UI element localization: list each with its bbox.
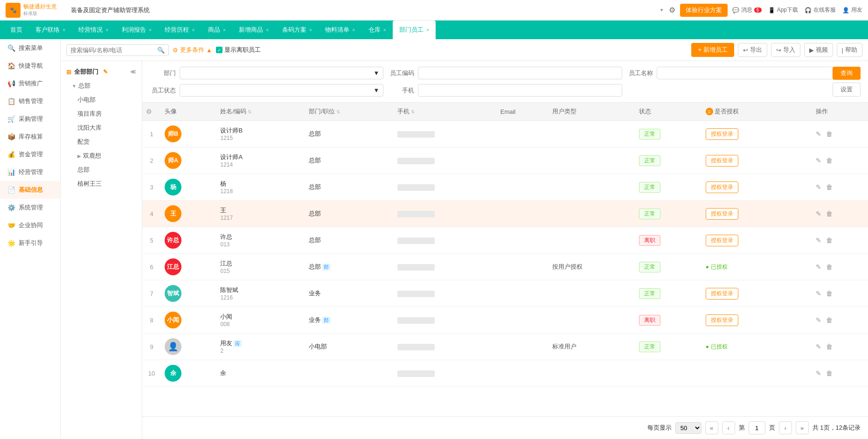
auth-login-btn[interactable]: 授权登录 [706,235,738,246]
edit-icon[interactable]: ✎ [816,210,821,217]
first-page-btn[interactable]: « [705,421,718,434]
dept-header[interactable]: ⊞ 全部部门 ✎ ≪ [61,65,142,79]
view-btn[interactable]: ▶ 视频 [804,43,833,57]
sort-icon[interactable]: ⇅ [336,109,340,114]
settings-icon[interactable]: ⚙ [146,108,152,115]
dept-item-shuanglu[interactable]: ▶ 双鹿想 [61,149,142,163]
dept-item-distribution[interactable]: 配货 [61,135,142,149]
query-btn[interactable]: 查询 [833,67,861,80]
emp-status-select[interactable]: ▼ [180,84,383,97]
auth-login-btn[interactable]: 授权登录 [706,288,738,300]
settings-icon[interactable]: ⚙ [669,6,675,14]
last-page-btn[interactable]: » [796,421,809,434]
emp-name-input[interactable] [657,67,861,79]
edit-icon[interactable]: ✎ [816,157,821,164]
export-btn[interactable]: ↩ 导出 [738,43,767,57]
close-icon[interactable]: × [62,27,65,33]
sidebar-item-basic-info[interactable]: 📄 基础信息 [0,181,60,199]
sidebar-item-sales[interactable]: 📋 销售管理 [0,92,60,110]
close-icon[interactable]: × [105,27,108,33]
sidebar-item-guide[interactable]: 🌟 新手引导 [0,234,60,252]
auth-login-btn[interactable]: 授权登录 [706,314,738,326]
sidebar-item-quick-nav[interactable]: 🏠 快捷导航 [0,57,60,75]
prev-page-btn[interactable]: ‹ [722,421,735,434]
tab-history[interactable]: 经营历程× [158,21,201,39]
tab-new-goods[interactable]: 新增商品× [232,21,275,39]
close-icon[interactable]: × [383,27,386,33]
page-size-select[interactable]: 50 20 100 [675,422,701,434]
delete-icon[interactable]: 🗑 [826,237,833,244]
tab-bom[interactable]: 物料清单× [319,21,361,39]
app-download-btn[interactable]: 📱 App下载 [768,6,798,14]
auth-login-btn[interactable]: 授权登录 [706,181,738,193]
sort-icon[interactable]: ⇅ [248,109,251,114]
delete-icon[interactable]: 🗑 [826,263,833,271]
auth-login-btn[interactable]: 授权登录 [706,155,738,167]
delete-icon[interactable]: 🗑 [826,183,833,191]
delete-icon[interactable]: 🗑 [826,157,833,164]
close-icon[interactable]: × [149,27,152,33]
tab-customer[interactable]: 客户联络× [29,21,72,39]
dept-item-plant[interactable]: 植树王三 [61,177,142,191]
auth-login-btn[interactable]: 授权登录 [706,208,738,220]
emp-code-input[interactable] [418,67,622,79]
close-icon[interactable]: × [266,27,269,33]
tab-warehouse[interactable]: 仓库× [362,21,393,39]
edit-icon[interactable]: ✎ [816,263,821,271]
edit-icon[interactable]: ✎ [816,343,821,350]
tab-profit[interactable]: 利润报告× [115,21,158,39]
tab-goods[interactable]: 商品× [201,21,232,39]
sidebar-item-inventory[interactable]: 📦 库存核算 [0,128,60,146]
delete-icon[interactable]: 🗑 [826,316,833,324]
import-btn[interactable]: ↪ 导入 [771,43,800,57]
edit-icon[interactable]: ✎ [816,290,821,297]
sidebar-item-marketing[interactable]: 📢 营销推广 [0,75,60,92]
dept-item-project-warehouse[interactable]: 项目库房 [61,107,142,121]
sidebar-item-operations[interactable]: 📊 经营管理 [0,163,60,181]
close-icon[interactable]: × [426,27,429,33]
delete-icon[interactable]: 🗑 [826,210,833,217]
tab-employees[interactable]: 部门员工× [393,21,436,39]
help-btn[interactable]: | 帮助 [837,43,862,57]
close-icon[interactable]: × [192,27,194,33]
dept-item-shenyang[interactable]: 沈阳大库 [61,121,142,135]
show-resigned-toggle[interactable]: ✓ 显示离职员工 [216,46,261,54]
sys-dropdown-icon[interactable]: ▼ [660,7,664,13]
dept-item-headquarters[interactable]: 总部 [61,163,142,177]
close-icon[interactable]: × [309,27,312,33]
msg-btn[interactable]: 💬 消息 6 [732,6,762,14]
sort-icon[interactable]: ⇅ [411,109,415,114]
sidebar-item-collab[interactable]: 🤝 企业协同 [0,216,60,234]
tab-home[interactable]: 首页 [4,21,29,39]
close-icon[interactable]: × [223,27,226,33]
close-icon[interactable]: × [352,27,355,33]
online-support-btn[interactable]: 🎧 在线客服 [805,6,836,14]
phone-input[interactable] [418,84,622,97]
sidebar-item-search[interactable]: 🔍 搜索菜单 [0,39,60,57]
add-employee-btn[interactable]: + 新增员工 [691,43,734,57]
tab-operations[interactable]: 经营情况× [72,21,115,39]
sidebar-item-system[interactable]: ⚙️ 系统管理 [0,199,60,216]
tab-barcode[interactable]: 条码方案× [276,21,319,39]
delete-icon[interactable]: 🗑 [826,343,833,350]
delete-icon[interactable]: 🗑 [826,369,833,377]
auth-login-btn[interactable]: 授权登录 [706,128,738,140]
search-input[interactable] [70,47,155,54]
next-page-btn[interactable]: › [779,421,792,434]
dept-item-general[interactable]: ▼ 总部 [61,79,142,93]
experience-btn[interactable]: 体验行业方案 [680,4,728,17]
delete-icon[interactable]: 🗑 [826,130,833,138]
reset-btn[interactable]: 设置 [833,83,861,97]
more-filters-btn[interactable]: ⚙ 更多条件 ▲ [173,46,212,54]
dept-select[interactable]: ▼ [180,67,383,79]
page-number-input[interactable] [749,421,765,434]
delete-icon[interactable]: 🗑 [826,290,833,297]
user-avatar[interactable]: 👤 用友 [842,6,862,14]
edit-icon[interactable]: ✎ [816,316,821,324]
sidebar-item-purchase[interactable]: 🛒 采购管理 [0,110,60,128]
edit-icon[interactable]: ✎ [816,130,821,138]
edit-icon[interactable]: ✎ [816,183,821,191]
edit-icon[interactable]: ✎ [816,369,821,377]
collapse-dept-icon[interactable]: ≪ [130,69,136,75]
dept-item-small-electric[interactable]: 小电部 [61,93,142,107]
